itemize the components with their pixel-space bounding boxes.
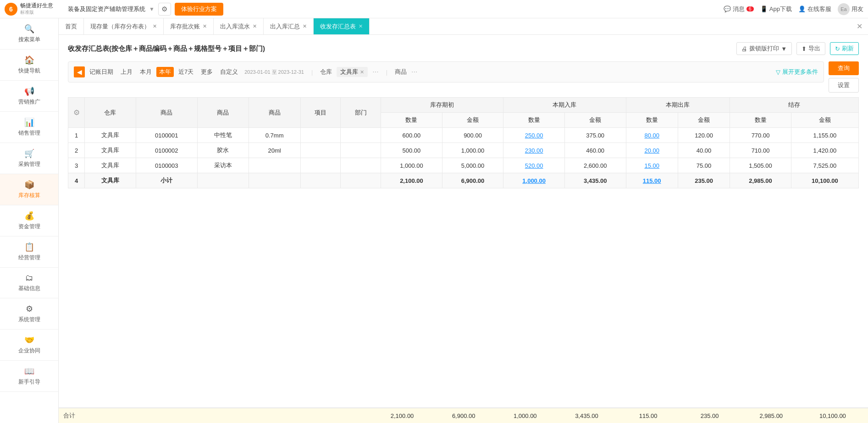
gear-button[interactable]: ⚙: [158, 3, 171, 16]
tab-inventory-dist[interactable]: 现存量（库存分布表） ✕: [84, 18, 164, 35]
messages-button[interactable]: 💬 消息 6: [724, 5, 754, 13]
sidebar-item-operations[interactable]: 📋 经营管理: [0, 236, 58, 268]
sidebar-item-inventory[interactable]: 📦 库存核算: [0, 174, 58, 205]
tab-home[interactable]: 首页: [59, 18, 84, 35]
row-name: 胶水: [197, 143, 249, 158]
sidebar-item-quick[interactable]: 🏠 快捷导航: [0, 49, 58, 81]
user-menu[interactable]: Ea 用友: [838, 3, 863, 15]
total-bal-qty: 2,985.00: [741, 412, 802, 419]
row-in-qty[interactable]: 250.00: [503, 128, 565, 143]
subtotal-out-qty[interactable]: 115.00: [626, 173, 678, 188]
print-icon: 🖨: [741, 45, 747, 52]
sidebar-item-system[interactable]: ⚙ 系统管理: [0, 298, 58, 330]
row-in-qty[interactable]: 230.00: [503, 143, 565, 158]
row-code: 0100002: [136, 143, 197, 158]
filter-toggle-button[interactable]: ◀: [74, 66, 85, 77]
table-row: 2 文具库 0100002 胶水 20ml 500.00 1,000.00 23…: [68, 143, 859, 158]
row-code: 0100001: [136, 128, 197, 143]
sidebar-item-basic[interactable]: 🗂 基础信息: [0, 268, 58, 298]
tab-close-icon[interactable]: ✕: [153, 23, 157, 29]
content-area: 首页 现存量（库存分布表） ✕ 库存批次账 ✕ 出入库流水 ✕ 出入库汇总 ✕ …: [59, 18, 868, 423]
row-in-qty[interactable]: 520.00: [503, 158, 565, 173]
col-out-amt: 金额: [678, 113, 730, 128]
sidebar-item-finance[interactable]: 💰 资金管理: [0, 205, 58, 236]
query-button[interactable]: 查询: [829, 61, 859, 75]
goods-more-dots[interactable]: ···: [411, 68, 417, 76]
warehouse-tag-value: 文具库: [340, 68, 358, 76]
tab-close-icon[interactable]: ✕: [203, 23, 207, 29]
settings-button[interactable]: 设置: [829, 78, 859, 93]
page-title: 收发存汇总表(按仓库＋商品编码＋商品＋规格型号＋项目＋部门): [68, 44, 265, 53]
date-custom[interactable]: 自定义: [217, 67, 241, 77]
row-out-qty[interactable]: 20.00: [626, 143, 678, 158]
row-open-qty: 600.00: [381, 128, 442, 143]
tab-inout-flow[interactable]: 出入库流水 ✕: [214, 18, 264, 35]
col-code: 商品: [136, 98, 197, 128]
row-open-amt: 900.00: [442, 128, 503, 143]
export-button[interactable]: ⬆ 导出: [796, 42, 825, 55]
tab-close-icon[interactable]: ✕: [303, 23, 307, 29]
date-this-year[interactable]: 本年: [156, 67, 174, 77]
row-open-amt: 5,000.00: [442, 158, 503, 173]
date-this-month[interactable]: 本月: [137, 67, 155, 77]
row-warehouse: 文具库: [85, 128, 136, 143]
refresh-button[interactable]: ↻ 刷新: [830, 42, 859, 55]
print-label: 拨锁版打印: [749, 44, 779, 53]
tab-close-icon[interactable]: ✕: [253, 23, 257, 29]
subtotal-open-amt: 6,900.00: [442, 173, 503, 188]
subtotal-bal-amt: 10,100.00: [791, 173, 858, 188]
expand-button[interactable]: ▽ 展开更多条件: [776, 68, 818, 76]
print-button[interactable]: 🖨 拨锁版打印 ▼: [736, 42, 792, 55]
sidebar-item-marketing[interactable]: 📢 营销推广: [0, 81, 58, 112]
subtotal-empty1: [197, 173, 249, 188]
messages-label: 消息: [733, 5, 745, 13]
tab-close-icon[interactable]: ✕: [359, 23, 363, 29]
table-settings-icon[interactable]: ⚙: [73, 109, 80, 116]
page-title-row: 收发存汇总表(按仓库＋商品编码＋商品＋规格型号＋项目＋部门) 🖨 拨锁版打印 ▼…: [68, 42, 859, 55]
sidebar-item-sales[interactable]: 📊 销售管理: [0, 112, 58, 143]
warehouse-tag-remove[interactable]: ✕: [360, 69, 364, 75]
row-dept: [341, 128, 381, 143]
trial-button[interactable]: 体验行业方案: [175, 3, 223, 16]
tab-batch[interactable]: 库存批次账 ✕: [164, 18, 214, 35]
col-project: 项目: [300, 98, 341, 128]
col-bal-amt: 金额: [791, 113, 858, 128]
sidebar-item-purchase[interactable]: 🛒 采购管理: [0, 143, 58, 174]
date-more[interactable]: 更多: [198, 67, 216, 77]
subtotal-in-qty[interactable]: 1,000.00: [503, 173, 565, 188]
purchase-icon: 🛒: [24, 148, 34, 159]
tab-inout-summary[interactable]: 出入库汇总 ✕: [264, 18, 314, 35]
app-label: App下载: [769, 5, 792, 13]
date-range: 2023-01-01 至 2023-12-31: [244, 69, 304, 76]
export-icon: ⬆: [802, 45, 807, 52]
warehouse-tag[interactable]: 文具库 ✕: [337, 67, 368, 77]
online-service-button[interactable]: 👤 在线客服: [798, 5, 831, 13]
sidebar-item-enterprise[interactable]: 🤝 企业协同: [0, 330, 58, 361]
row-spec: 0.7mm: [249, 128, 300, 143]
tab-label: 出入库汇总: [270, 22, 300, 31]
row-code: 0100003: [136, 158, 197, 173]
messages-badge: 6: [746, 6, 754, 11]
tab-receipt-summary[interactable]: 收发存汇总表 ✕: [314, 18, 370, 35]
row-out-qty[interactable]: 15.00: [626, 158, 678, 173]
row-out-qty[interactable]: 80.00: [626, 128, 678, 143]
subtotal-label: 小计: [136, 173, 197, 188]
sidebar-item-label: 经营管理: [18, 254, 40, 262]
logo-edition: 标准版: [20, 9, 53, 16]
date-7days[interactable]: 近7天: [176, 67, 196, 77]
filter-more-dots[interactable]: ···: [372, 68, 378, 76]
subtotal-empty2: [249, 173, 300, 188]
sidebar-item-guide[interactable]: 📖 新手引导: [0, 361, 58, 392]
row-no: 3: [68, 158, 85, 173]
date-last-month[interactable]: 上月: [118, 67, 135, 77]
page-content: 收发存汇总表(按仓库＋商品编码＋商品＋规格型号＋项目＋部门) 🖨 拨锁版打印 ▼…: [59, 35, 868, 407]
sidebar-item-search[interactable]: 🔍 搜索菜单: [0, 18, 58, 49]
tab-close-all-button[interactable]: ✕: [851, 22, 868, 31]
tab-label: 出入库流水: [220, 22, 250, 31]
row-project: [300, 128, 341, 143]
guide-icon: 📖: [24, 366, 34, 376]
row-bal-qty: 770.00: [730, 128, 791, 143]
basic-icon: 🗂: [25, 273, 33, 283]
app-download-button[interactable]: 📱 App下载: [760, 5, 792, 13]
sidebar-item-label: 快捷导航: [18, 67, 40, 75]
